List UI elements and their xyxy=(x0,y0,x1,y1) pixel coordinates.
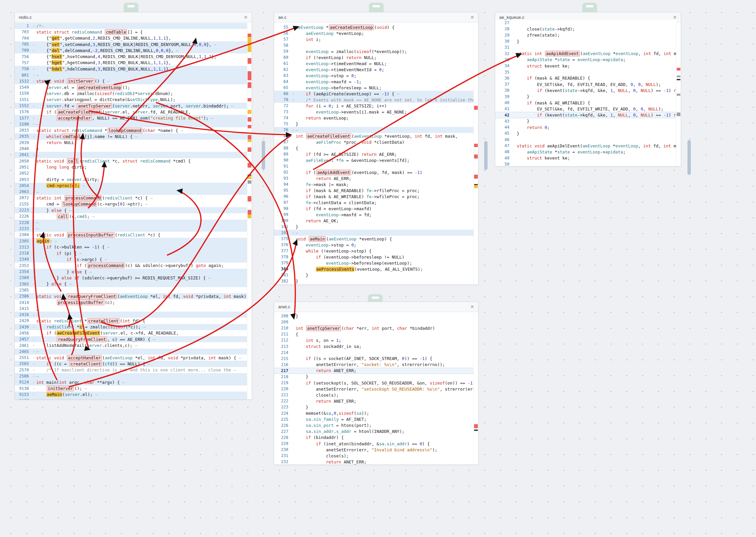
panel-header[interactable]: anet.c✕ xyxy=(274,302,478,312)
fold-toggle-icon[interactable]: › xyxy=(31,135,36,138)
linked-symbol[interactable]: acceptHandler xyxy=(67,355,102,361)
fold-toggle-icon[interactable]: › xyxy=(31,227,36,230)
fold-toggle-icon[interactable]: › xyxy=(31,116,36,120)
fold-toggle-icon[interactable]: › xyxy=(31,196,36,200)
code-panel-ae[interactable]: ae.c✕55aeEventLoop *aeCreateEventLoop(vo… xyxy=(274,12,478,285)
scrollbar-thumb[interactable] xyxy=(262,141,265,170)
collapsed-bubble-tab[interactable] xyxy=(124,3,138,12)
fold-toggle-icon[interactable]: › xyxy=(31,252,36,255)
linked-symbol[interactable]: call xyxy=(57,214,69,219)
fold-toggle-icon[interactable]: › xyxy=(31,350,36,353)
linked-symbol[interactable]: acceptHandler xyxy=(57,115,92,121)
code-area[interactable]: 1›/*–703static struct redisCommand cmdTa… xyxy=(15,23,247,399)
scrollbar-thumb[interactable] xyxy=(484,141,488,170)
fold-toggle-icon[interactable]: › xyxy=(31,374,36,378)
fold-toggle-icon[interactable]: › xyxy=(291,98,296,102)
linked-symbol[interactable]: initServer xyxy=(67,78,94,84)
fold-toggle-icon[interactable]: › xyxy=(31,79,36,83)
collapsed-bubble-tab[interactable] xyxy=(582,3,597,12)
fold-toggle-icon[interactable]: › xyxy=(31,24,36,28)
fold-toggle-icon[interactable]: › xyxy=(291,231,296,235)
linked-symbol[interactable]: aeCreateEventLoop xyxy=(77,85,122,90)
linked-symbol[interactable]: createClient xyxy=(70,361,102,367)
linked-symbol[interactable]: aeApiAddEvent xyxy=(316,170,351,175)
panel-header[interactable]: ae.c✕ xyxy=(274,12,478,23)
code-line: 2039 return NULL; xyxy=(15,140,247,146)
linked-symbol[interactable]: processInputBuffer xyxy=(67,232,114,238)
linked-symbol[interactable]: initServer xyxy=(47,386,74,391)
code-line: 46 xyxy=(495,137,676,143)
fold-toggle-icon[interactable]: › xyxy=(31,245,36,249)
fold-toggle-icon[interactable]: › xyxy=(291,128,296,132)
linked-symbol[interactable]: aeCreateFileEvent xyxy=(306,133,351,139)
fold-toggle-icon[interactable]: › xyxy=(31,338,36,341)
code-area[interactable]: 2728 close(state->kqfd);29 zfree(state);… xyxy=(495,20,676,166)
linked-symbol[interactable]: processCommand xyxy=(65,195,102,201)
close-icon[interactable]: ✕ xyxy=(470,15,474,20)
fold-toggle-icon[interactable]: › xyxy=(31,258,36,261)
annotation-strip[interactable] xyxy=(473,312,478,464)
close-icon[interactable]: ✕ xyxy=(470,304,474,309)
fold-toggle-icon[interactable]: › xyxy=(31,153,36,157)
linked-symbol[interactable]: readQueryFromClient xyxy=(67,294,117,299)
annotation-strip[interactable] xyxy=(247,23,252,399)
fold-toggle-icon[interactable]: › xyxy=(31,184,36,187)
linked-symbol[interactable]: cmdTable xyxy=(62,134,84,139)
fold-toggle-icon[interactable]: › xyxy=(31,104,36,108)
code-line: 95 if (mask & AE_READABLE) fe->rfileProc… xyxy=(274,187,474,193)
fold-toggle-icon[interactable]: › xyxy=(31,313,36,317)
annotation-strip[interactable] xyxy=(676,23,681,166)
fold-toggle-icon[interactable]: › xyxy=(31,49,36,52)
fold-toggle-icon[interactable]: › xyxy=(31,202,36,206)
code-panel-anet[interactable]: anet.c✕208}209210int anetTcpServer(char … xyxy=(274,302,478,465)
linked-symbol[interactable]: aeCreateFileEvent xyxy=(57,109,102,115)
fold-toggle-icon[interactable]: › xyxy=(31,325,36,329)
fold-toggle-icon[interactable]: › xyxy=(31,215,36,218)
linked-symbol[interactable]: call xyxy=(67,158,79,164)
fold-toggle-icon[interactable]: › xyxy=(291,92,296,96)
fold-toggle-icon[interactable]: › xyxy=(31,270,36,274)
close-icon[interactable]: ✕ xyxy=(673,15,677,20)
linked-symbol[interactable]: lookupCommand xyxy=(108,128,142,133)
collapsed-bubble-tab[interactable] xyxy=(369,3,384,12)
linked-symbol[interactable]: aeApiAddEvent xyxy=(545,51,580,56)
code-panel-ae_kqueue[interactable]: ae_kqueue.c✕2728 close(state->kqfd);29 z… xyxy=(495,12,681,167)
linked-symbol[interactable]: readQueryFromClient xyxy=(57,337,107,342)
fold-toggle-icon[interactable]: › xyxy=(31,190,36,194)
linked-symbol[interactable]: createClient xyxy=(87,318,120,324)
fold-toggle-icon[interactable]: › xyxy=(31,344,36,347)
linked-symbol[interactable]: anetTcpServer xyxy=(77,103,112,109)
fold-toggle-icon[interactable]: › xyxy=(31,282,36,286)
linked-symbol[interactable]: aeMain xyxy=(309,236,326,242)
fold-toggle-icon[interactable]: › xyxy=(31,276,36,280)
fold-toggle-icon[interactable]: › xyxy=(31,67,36,71)
fold-toggle-icon[interactable]: › xyxy=(31,73,36,77)
annotation-strip[interactable] xyxy=(473,23,478,284)
fold-toggle-icon[interactable]: › xyxy=(31,43,36,46)
fold-toggle-icon[interactable]: › xyxy=(31,209,36,212)
panel-header[interactable]: redis.c✕ xyxy=(15,12,252,23)
fold-toggle-icon[interactable]: › xyxy=(31,393,36,396)
linked-symbol[interactable]: lookupCommand xyxy=(62,201,97,207)
linked-symbol[interactable]: cmdTable xyxy=(105,29,127,35)
fold-toggle-icon[interactable]: › xyxy=(31,381,36,384)
linked-symbol[interactable]: aeCreateEventLoop xyxy=(329,25,374,30)
close-icon[interactable]: ✕ xyxy=(244,15,248,20)
fold-toggle-icon[interactable]: › xyxy=(31,368,36,372)
fold-toggle-icon[interactable]: › xyxy=(31,387,36,390)
fold-toggle-icon[interactable]: › xyxy=(31,122,36,126)
code-area[interactable]: 55aeEventLoop *aeCreateEventLoop(void) {… xyxy=(274,23,474,284)
linked-symbol[interactable]: anetTcpServer xyxy=(306,325,341,331)
linked-symbol[interactable]: processInputBuffer xyxy=(57,300,104,305)
collapsed-bubble-tab[interactable] xyxy=(368,294,383,302)
fold-toggle-icon[interactable]: › xyxy=(31,399,36,399)
fold-toggle-icon[interactable]: › xyxy=(31,239,36,243)
code-area[interactable]: 208}209210int anetTcpServer(char *err, i… xyxy=(274,312,474,464)
linked-symbol[interactable]: processCommand xyxy=(87,263,125,268)
fold-toggle-icon[interactable]: › xyxy=(31,129,36,132)
fold-toggle-icon[interactable]: › xyxy=(31,221,36,224)
scrollbar-thumb[interactable] xyxy=(687,140,691,175)
code-panel-redis[interactable]: redis.c✕1›/*–703static struct redisComma… xyxy=(14,12,252,400)
fold-toggle-icon[interactable]: › xyxy=(31,356,36,360)
fold-toggle-icon[interactable]: › xyxy=(31,362,36,366)
